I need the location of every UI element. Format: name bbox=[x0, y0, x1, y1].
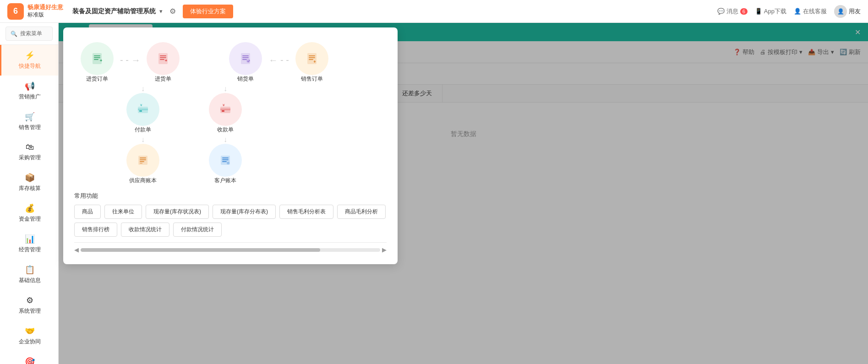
flow-diagram-area: 进货订单 - - → bbox=[74, 38, 387, 192]
user-avatar: 👤 bbox=[834, 5, 847, 18]
marketing-icon: 📢 bbox=[25, 81, 35, 91]
svg-rect-19 bbox=[139, 110, 142, 112]
flow-node-payment[interactable]: ¥ 付款单 bbox=[120, 93, 166, 134]
spacer-f bbox=[166, 134, 202, 144]
sidebar-item-label-shortcut: 快捷导航 bbox=[19, 62, 41, 70]
func-btn-stock-status[interactable]: 现存量(库存状况表) bbox=[146, 205, 209, 219]
sidebar-item-inventory[interactable]: 📦 库存核算 bbox=[0, 167, 58, 198]
svg-rect-28 bbox=[140, 161, 144, 162]
func-btn-payment-stats[interactable]: 付款情况统计 bbox=[173, 223, 222, 237]
system-icon: ⚙ bbox=[26, 295, 33, 305]
sale-order-label: 销售订单 bbox=[301, 75, 323, 83]
message-icon: 💬 bbox=[717, 8, 725, 15]
arrow-2: ← - - bbox=[268, 42, 289, 65]
scrollbar-track[interactable] bbox=[81, 248, 380, 252]
sidebar-item-system[interactable]: ⚙ 系统管理 bbox=[0, 290, 58, 321]
svg-rect-16 bbox=[309, 59, 313, 60]
sidebar-item-marketing[interactable]: 📢 营销推广 bbox=[0, 76, 58, 106]
user-area[interactable]: 👤 用友 bbox=[834, 5, 861, 18]
flow-node-supplier[interactable]: 供应商账本 bbox=[120, 144, 166, 185]
flow-node-purchase[interactable]: 进货单 bbox=[140, 42, 186, 83]
scroll-left-icon[interactable]: ◀ bbox=[74, 246, 79, 253]
search-menu-label: 搜索菜单 bbox=[20, 30, 42, 38]
service-icon: 👤 bbox=[794, 8, 801, 15]
func-btn-sales-margin[interactable]: 销售毛利分析表 bbox=[279, 205, 333, 219]
svg-rect-11 bbox=[242, 59, 247, 60]
purchase-icon bbox=[147, 42, 180, 75]
svg-rect-1 bbox=[94, 55, 100, 56]
sidebar-item-label-marketing: 营销推广 bbox=[19, 93, 41, 101]
top-bar-right: 💬 消息 6 📱 App下载 👤 在线客服 👤 用友 bbox=[717, 5, 861, 18]
sidebar-item-purchase[interactable]: 🛍 采购管理 bbox=[0, 137, 58, 167]
func-buttons-row2: 销售排行榜 收款情况统计 付款情况统计 bbox=[74, 223, 387, 237]
sidebar-item-collab[interactable]: 🤝 企业协同 bbox=[0, 321, 58, 351]
sidebar-item-label-system: 系统管理 bbox=[19, 307, 41, 315]
avatar-icon: 👤 bbox=[837, 8, 844, 15]
func-btn-product-margin[interactable]: 商品毛利分析 bbox=[337, 205, 386, 219]
flow-row-1: 进货订单 - - → bbox=[74, 42, 387, 83]
svg-rect-23 bbox=[222, 110, 224, 112]
modal-overlay: 进货订单 - - → bbox=[59, 23, 868, 364]
flow-node-customer[interactable]: 客户账本 bbox=[202, 144, 248, 185]
app-download-button[interactable]: 📱 App下载 bbox=[755, 7, 786, 16]
func-btn-stock-dist[interactable]: 现存量(库存分布表) bbox=[213, 205, 276, 219]
svg-rect-18 bbox=[138, 109, 148, 110]
top-bar: 6 畅康通好生意 标准版 装备及固定资产辅助管理系统 ▾ ⚙ 体验行业方案 💬 … bbox=[0, 0, 868, 23]
logo-char: 6 bbox=[13, 6, 18, 16]
online-service-button[interactable]: 👤 在线客服 bbox=[794, 7, 827, 16]
func-btn-receipt-stats[interactable]: 收款情况统计 bbox=[121, 223, 169, 237]
sales-icon: 🛒 bbox=[25, 112, 35, 122]
svg-text:¥: ¥ bbox=[222, 103, 225, 107]
scrollbar-area: ◀ ▶ bbox=[74, 242, 387, 253]
svg-text:¥: ¥ bbox=[140, 103, 142, 107]
sidebar-item-basic[interactable]: 📋 基础信息 bbox=[0, 259, 58, 290]
sidebar-item-label-purchase: 采购管理 bbox=[19, 154, 41, 162]
payment-label: 付款单 bbox=[135, 126, 151, 134]
settings-icon[interactable]: ⚙ bbox=[166, 5, 179, 18]
arrow-down-1: ↓ bbox=[120, 83, 166, 93]
brand-line2: 标准版 bbox=[27, 11, 63, 19]
customer-icon bbox=[209, 144, 242, 177]
func-btn-sales-rank[interactable]: 销售排行榜 bbox=[74, 223, 117, 237]
sidebar-item-guide[interactable]: 🎯 新手引导 bbox=[0, 351, 58, 364]
arrow-down-2: ↓ bbox=[202, 83, 248, 93]
sidebar-item-sales[interactable]: 🛒 销售管理 bbox=[0, 106, 58, 137]
collab-icon: 🤝 bbox=[25, 326, 35, 336]
message-button[interactable]: 💬 消息 6 bbox=[717, 7, 748, 16]
system-dropdown[interactable]: ▾ bbox=[159, 8, 163, 15]
flow-node-receipt[interactable]: ¥ 收款单 bbox=[202, 93, 248, 134]
svg-rect-4 bbox=[158, 53, 168, 64]
sidebar-item-finance[interactable]: 💰 资金管理 bbox=[0, 198, 58, 228]
svg-rect-10 bbox=[242, 57, 249, 58]
flow-row-3: 供应商账本 bbox=[74, 144, 387, 185]
sidebar-item-management[interactable]: 📊 经营管理 bbox=[0, 228, 58, 259]
svg-rect-3 bbox=[94, 59, 98, 60]
scroll-right-icon[interactable]: ▶ bbox=[382, 246, 387, 253]
message-badge: 6 bbox=[740, 8, 748, 15]
experience-button[interactable]: 体验行业方案 bbox=[183, 5, 233, 18]
download-icon: 📱 bbox=[755, 8, 762, 15]
spacer-a bbox=[74, 83, 120, 93]
sidebar-item-label-basic: 基础信息 bbox=[19, 277, 41, 284]
flow-row-2: ¥ 付款单 bbox=[74, 93, 387, 134]
search-menu-button[interactable]: 🔍 搜索菜单 bbox=[5, 27, 53, 41]
app-container: 6 畅康通好生意 标准版 装备及固定资产辅助管理系统 ▾ ⚙ 体验行业方案 💬 … bbox=[0, 0, 868, 364]
svg-rect-27 bbox=[140, 159, 146, 160]
guide-icon: 🎯 bbox=[25, 357, 35, 364]
inventory-icon: 📦 bbox=[25, 173, 35, 183]
customer-label: 客户账本 bbox=[214, 177, 236, 185]
search-icon: 🔍 bbox=[11, 31, 17, 37]
flow-node-purchase-order[interactable]: 进货订单 bbox=[74, 42, 120, 83]
flow-node-sale-order[interactable]: 销售订单 bbox=[289, 42, 335, 83]
top-bar-middle: 装备及固定资产辅助管理系统 ▾ ⚙ 体验行业方案 bbox=[72, 5, 717, 18]
message-label: 消息 bbox=[726, 7, 738, 16]
func-btn-product[interactable]: 商品 bbox=[74, 205, 101, 219]
func-btn-partner[interactable]: 往来单位 bbox=[104, 205, 142, 219]
user-name: 用友 bbox=[849, 7, 861, 16]
finance-icon: 💰 bbox=[25, 203, 35, 213]
flow-node-sale[interactable]: 销货单 bbox=[223, 42, 268, 83]
logo-icon: 6 bbox=[7, 3, 24, 20]
sale-label: 销货单 bbox=[237, 75, 254, 83]
sidebar-item-shortcut[interactable]: ⚡ 快捷导航 bbox=[0, 45, 58, 76]
svg-rect-5 bbox=[160, 55, 166, 56]
